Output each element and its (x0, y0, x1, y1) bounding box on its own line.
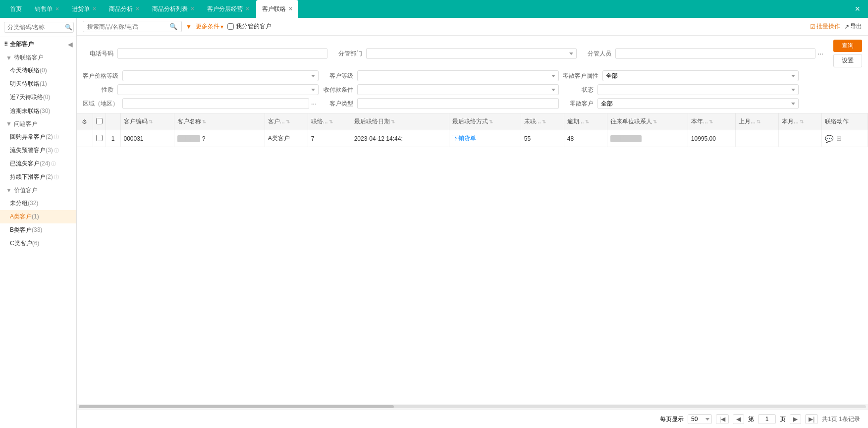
sidebar-item-week[interactable]: 近7天待联络(0) (0, 91, 76, 104)
filter-price-level-select[interactable] (122, 70, 319, 81)
filter-customer-level-select[interactable] (357, 70, 558, 81)
nav-tab-close-product-analysis[interactable]: × (136, 5, 139, 12)
table-seq-col (106, 113, 120, 130)
sidebar-item-label-a-type: A类客户 (10, 213, 32, 220)
sidebar-item-tomorrow[interactable]: 明天待联络(1) (0, 77, 76, 91)
batch-ops-button[interactable]: ☑ 批量操作 (810, 22, 840, 31)
close-all-button[interactable]: × (851, 4, 864, 14)
action-qr-icon[interactable]: ⊞ (836, 135, 842, 142)
row-checkbox-cell[interactable] (93, 130, 106, 147)
filter-nature-label: 性质 (83, 86, 117, 94)
nav-tab-close-sales[interactable]: × (55, 5, 59, 12)
sidebar-group-arrow-value-customers: ▼ (6, 187, 12, 194)
filter-search-input[interactable] (87, 23, 169, 30)
sidebar-item-c-type[interactable]: C类客户(6) (0, 237, 76, 250)
sidebar-group-pending-contact[interactable]: ▼待联络客户 (0, 52, 76, 64)
nav-tab-close-customer-contact[interactable]: × (289, 5, 292, 12)
row-last-contact-date: 2023-04-12 14:44: (351, 130, 449, 147)
sidebar-group-value-customers[interactable]: ▼价值客户 (0, 184, 76, 197)
nav-tab-close-product-list[interactable]: × (191, 5, 194, 12)
sidebar-item-a-type[interactable]: A类客户(1) (0, 210, 76, 223)
filter-region-input[interactable] (122, 98, 309, 109)
sidebar-item-today[interactable]: 今天待联络(0) (0, 64, 76, 77)
filter-customer-level-label: 客户等级 (323, 72, 357, 80)
sidebar-item-count-lost-predict: (3) (46, 147, 53, 154)
col-customer-type-sort: ⇅ (286, 119, 290, 124)
sidebar-item-continuous-decline[interactable]: 持续下滑客户(2)ⓘ (0, 170, 76, 184)
filter-sparse-customer-select[interactable]: 全部 (597, 98, 799, 109)
filter-customer-type-input[interactable] (357, 98, 558, 109)
sidebar-item-lost[interactable]: 已流失客户(24)ⓘ (0, 157, 76, 170)
all-customers-label: 全部客户 (10, 40, 34, 49)
first-page-button[interactable]: |◀ (716, 414, 729, 424)
table-select-all-cell[interactable] (93, 113, 106, 130)
action-chat-icon[interactable]: 💬 (825, 135, 833, 143)
grid-icon: ⠿ (4, 41, 8, 48)
filter-sparse-attr-select[interactable]: 全部 (602, 70, 799, 81)
nav-tab-label-product-analysis: 商品分析 (109, 5, 133, 13)
nav-tab-product-analysis[interactable]: 商品分析× (103, 0, 145, 18)
col-overdue: 逾期...⇅ (564, 113, 607, 130)
all-customers-header[interactable]: ⠿ 全部客户 ◀ (0, 37, 76, 52)
filter-payment-select[interactable] (357, 84, 558, 95)
collapse-icon[interactable]: ◀ (68, 41, 72, 48)
export-icon: ↗ (844, 23, 849, 30)
nav-tab-purchase[interactable]: 进货单× (66, 0, 102, 18)
sidebar-item-label-tomorrow: 明天待联络 (10, 80, 40, 87)
sidebar-item-b-type[interactable]: B类客户(33) (0, 223, 76, 237)
sidebar-item-label-today: 今天待联络 (10, 67, 40, 74)
sidebar-item-lost-predict[interactable]: 流失预警客户(3)ⓘ (0, 144, 76, 157)
sidebar-item-count-b-type: (33) (32, 226, 42, 233)
next-page-button[interactable]: ▶ (790, 414, 801, 424)
sidebar-item-unsorted[interactable]: 未分组(32) (0, 197, 76, 210)
more-conditions-button[interactable]: 更多条件 ▾ (196, 22, 223, 31)
row-actions: 💬 ⊞ (821, 130, 868, 147)
filter-phone-input[interactable] (117, 48, 327, 59)
settings-button[interactable]: 设置 (833, 54, 862, 67)
nav-tab-close-purchase[interactable]: × (93, 5, 96, 12)
per-page-select[interactable]: 50 10 20 100 (688, 414, 712, 424)
page-input[interactable] (758, 414, 776, 424)
last-contact-method-link[interactable]: 下销货单 (452, 135, 476, 142)
query-button[interactable]: 查询 (833, 40, 862, 52)
info-icon-lost-predict: ⓘ (54, 148, 59, 153)
last-page-button[interactable]: ▶| (805, 414, 818, 424)
sidebar-item-count-overdue: (30) (40, 107, 50, 114)
filter-person-input[interactable] (615, 48, 816, 59)
prev-page-button[interactable]: ◀ (733, 414, 744, 424)
row-checkbox[interactable] (96, 135, 103, 141)
sidebar-search-area: 🔍 (0, 18, 76, 37)
sidebar-group-problem-customers[interactable]: ▼问题客户 (0, 118, 76, 130)
sidebar-item-repurchase-abnormal[interactable]: 回购异常客户(2)ⓘ (0, 130, 76, 144)
nav-tab-sales[interactable]: 销售单× (29, 0, 65, 18)
sidebar-search-icon: 🔍 (65, 24, 72, 31)
total-records-label: 共1页 1条记录 (822, 415, 860, 424)
nav-tab-customer-segment[interactable]: 客户分层经营× (201, 0, 255, 18)
col-no-contact: 未联...⇅ (521, 113, 564, 130)
select-all-checkbox[interactable] (96, 118, 103, 124)
sidebar-item-overdue[interactable]: 逾期未联络(30) (0, 105, 76, 118)
sidebar-item-count-repurchase-abnormal: (2) (46, 133, 53, 140)
my-customers-checkbox[interactable] (227, 23, 234, 30)
scroll-thumb[interactable] (79, 405, 394, 408)
table-settings-col[interactable]: ⚙ (77, 113, 93, 130)
nav-tab-product-list[interactable]: 商品分析列表× (146, 0, 200, 18)
row-this-month (778, 130, 821, 147)
filter-region-more-btn[interactable]: ··· (309, 100, 319, 107)
nav-tab-customer-contact[interactable]: 客户联络× (256, 0, 298, 18)
filter-nature-select[interactable] (117, 84, 319, 95)
filter-person-more-btn[interactable]: ··· (815, 50, 825, 57)
horizontal-scrollbar[interactable] (77, 404, 868, 410)
filter-status-select[interactable] (597, 84, 799, 95)
sidebar-search-input[interactable] (4, 22, 74, 33)
export-button[interactable]: ↗ 导出 (844, 22, 862, 31)
col-customer-type: 客户...⇅ (265, 113, 308, 130)
filter-dept-select[interactable] (366, 48, 576, 59)
col-last-contact-date-label: 最后联络日期 (354, 118, 390, 125)
filter-region-field: 区域（地区） ··· (83, 98, 319, 109)
filter-customer-level-field: 客户等级 (323, 70, 558, 81)
scroll-track[interactable] (79, 405, 866, 408)
my-customers-checkbox-label[interactable]: 我分管的客户 (227, 22, 271, 31)
nav-tab-close-customer-segment[interactable]: × (246, 5, 249, 12)
nav-tab-home[interactable]: 首页 (4, 0, 28, 18)
